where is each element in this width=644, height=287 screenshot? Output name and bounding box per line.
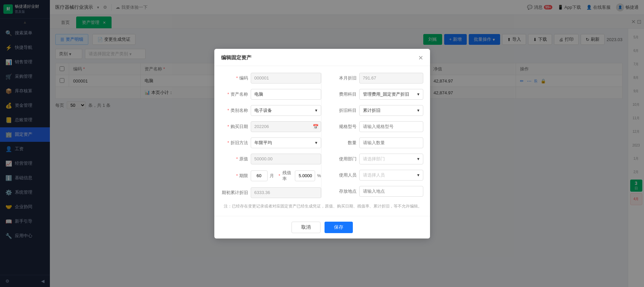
category-value: 电子设备	[254, 107, 272, 114]
user-label: 使用人员	[330, 172, 357, 178]
quantity-label: 数量	[330, 140, 357, 146]
form-row-dep-method: * 折旧方法 年限平均 ▾	[221, 137, 321, 148]
category-dropdown[interactable]: 电子设备 ▾	[251, 105, 321, 116]
dropdown-arrow-icon: ▾	[315, 108, 317, 113]
dep-method-dropdown[interactable]: 年限平均 ▾	[251, 137, 321, 148]
form-row-purchase-date: * 购买日期 📅	[221, 121, 321, 132]
category-label: * 类别名称	[221, 107, 248, 114]
dropdown-arrow-icon: ▾	[417, 92, 420, 97]
department-dropdown[interactable]: 请选择部门 ▾	[359, 154, 423, 164]
dep-method-label: * 折旧方法	[221, 140, 248, 146]
modal-close-btn[interactable]: ✕	[418, 54, 423, 62]
form-row-monthly-dep: 本月折旧	[330, 73, 423, 84]
form-row-dep-subject: 折旧科目 累计折旧 ▾	[330, 105, 423, 116]
purchase-date-input-wrap: 📅	[251, 121, 321, 132]
purchase-date-input[interactable]	[251, 121, 321, 132]
residual-rate-label: 残值率	[282, 170, 293, 182]
expense-subject-label: 费用科目	[330, 91, 357, 97]
residual-rate-input[interactable]	[295, 170, 315, 181]
spec-label: 规格型号	[330, 124, 357, 130]
initial-cumulative-label: 期初累计折旧	[221, 190, 248, 196]
modal-title: 编辑固定资产	[221, 55, 251, 61]
dropdown-arrow-icon: ▾	[417, 156, 420, 161]
purchase-date-label: * 购买日期	[221, 124, 248, 130]
location-label: 存放地点	[330, 188, 357, 194]
dep-subject-label: 折旧科目	[330, 107, 357, 114]
asset-name-input[interactable]	[251, 89, 321, 100]
department-label: 使用部门	[330, 156, 357, 162]
code-input[interactable]	[251, 73, 321, 84]
modal-body: * 编码 * 资产名称	[214, 66, 430, 216]
department-placeholder: 请选择部门	[363, 156, 385, 162]
form-col-left: * 编码 * 资产名称	[221, 73, 321, 198]
dropdown-arrow-icon: ▾	[417, 108, 420, 113]
form-row-department: 使用部门 请选择部门 ▾	[330, 154, 423, 164]
monthly-dep-input[interactable]	[359, 73, 423, 84]
save-button[interactable]: 保存	[325, 222, 353, 233]
form-row-spec: 规格型号	[330, 121, 423, 132]
expense-subject-value: 管理费用_固定资产折旧	[363, 91, 409, 97]
code-label: * 编码	[221, 75, 248, 81]
form-row-user: 使用人员 请选择人员 ▾	[330, 170, 423, 181]
expense-subject-dropdown[interactable]: 管理费用_固定资产折旧 ▾	[359, 89, 423, 100]
form-row-expense-subject: 费用科目 管理费用_固定资产折旧 ▾	[330, 89, 423, 100]
monthly-dep-label: 本月折旧	[330, 75, 357, 81]
form-grid: * 编码 * 资产名称	[221, 73, 423, 198]
user-dropdown[interactable]: 请选择人员 ▾	[359, 170, 423, 181]
original-value-label: * 原值	[221, 156, 248, 162]
calendar-icon: 📅	[313, 124, 318, 129]
period-label: * 期限	[221, 173, 248, 179]
form-col-right: 本月折旧 费用科目 管理费用_固定资产折旧 ▾ 折旧科目	[321, 73, 423, 198]
period-row: 月 * 残值率 %	[251, 170, 321, 182]
dropdown-arrow-icon: ▾	[417, 172, 420, 178]
modal-overlay: 编辑固定资产 ✕ * 编码	[0, 0, 644, 287]
cancel-button[interactable]: 取消	[292, 222, 320, 233]
edit-asset-modal: 编辑固定资产 ✕ * 编码	[214, 49, 430, 238]
asset-name-label: * 资产名称	[221, 91, 248, 97]
modal-footer: 取消 保存	[214, 216, 430, 238]
quantity-input[interactable]	[359, 137, 423, 148]
form-row-location: 存放地点	[330, 186, 423, 197]
period-unit: 月	[270, 173, 274, 179]
form-row-original-value: * 原值	[221, 154, 321, 164]
modal-header: 编辑固定资产 ✕	[214, 49, 430, 66]
initial-cumulative-input[interactable]	[251, 187, 321, 198]
location-input[interactable]	[359, 186, 423, 197]
form-row-name: * 资产名称	[221, 89, 321, 100]
dropdown-arrow-icon: ▾	[315, 140, 317, 145]
spec-input[interactable]	[359, 121, 423, 132]
dep-subject-value: 累计折旧	[363, 107, 380, 114]
user-placeholder: 请选择人员	[363, 172, 385, 178]
dep-subject-dropdown[interactable]: 累计折旧 ▾	[359, 105, 423, 116]
period-input[interactable]	[251, 170, 268, 181]
form-row-category: * 类别名称 电子设备 ▾	[221, 105, 321, 116]
original-value-input[interactable]	[251, 154, 321, 164]
form-row-period: * 期限 月 * 残值率 %	[221, 170, 321, 182]
form-row-code: * 编码	[221, 73, 321, 84]
dep-method-value: 年限平均	[254, 140, 272, 146]
residual-rate-unit: %	[317, 173, 321, 178]
form-row-quantity: 数量	[330, 137, 423, 148]
form-note: 注：已经存在变更记录或者对应固定资产已经生成凭证，原值、购买日期、残值率、累计折…	[221, 203, 423, 209]
form-row-initial-cumulative: 期初累计折旧	[221, 187, 321, 198]
